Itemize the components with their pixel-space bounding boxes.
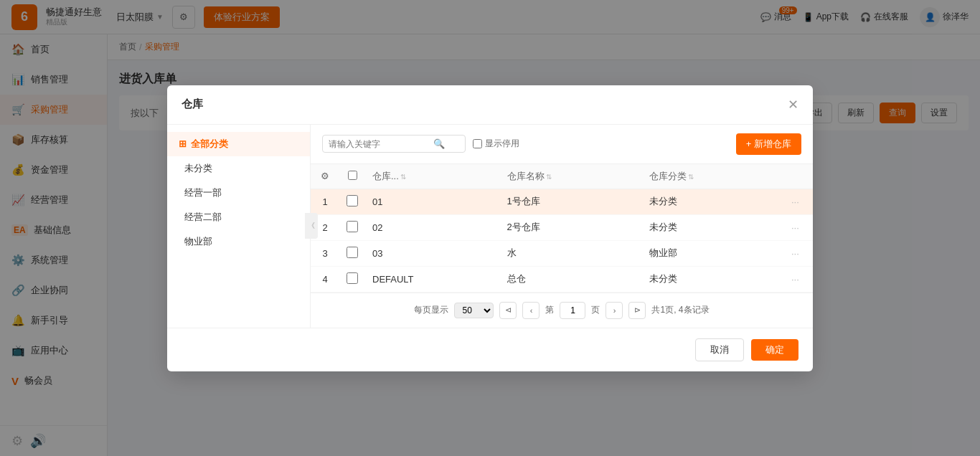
more-icon[interactable]: ··· xyxy=(791,248,799,259)
col-settings[interactable]: ⚙ xyxy=(311,164,339,189)
row-checkbox-cell xyxy=(339,240,365,266)
dialog-close-button[interactable]: ✕ xyxy=(788,97,798,113)
show-disabled-checkbox[interactable]: 显示停用 xyxy=(473,138,519,150)
warehouse-dialog: 仓库 ✕ ⊞ 全部分类 未分类 经营一部 经营二部 物业部 《 xyxy=(167,85,813,371)
category-item-dept1[interactable]: 经营一部 xyxy=(167,181,310,205)
next-page-button[interactable]: › xyxy=(606,302,623,319)
more-icon[interactable]: ··· xyxy=(791,274,799,285)
show-disabled-label: 显示停用 xyxy=(485,138,519,150)
sort-icon-code: ⇅ xyxy=(400,173,406,181)
row-code: 01 xyxy=(365,189,500,214)
collapse-icon: 《 xyxy=(308,221,315,231)
category-item-dept2[interactable]: 经营二部 xyxy=(167,205,310,229)
table-scroll: ⚙ 仓库...⇅ 仓库名称⇅ xyxy=(311,164,813,293)
row-more[interactable]: ··· xyxy=(784,214,813,240)
total-info: 共1页, 4条记录 xyxy=(651,304,709,316)
row-category: 物业部 xyxy=(642,240,784,266)
dialog-body: ⊞ 全部分类 未分类 经营一部 经营二部 物业部 《 xyxy=(167,125,813,328)
sort-icon-category: ⇅ xyxy=(688,173,694,181)
row-more[interactable]: ··· xyxy=(784,240,813,266)
dialog-title: 仓库 xyxy=(182,98,203,111)
page-label: 第 xyxy=(545,304,554,316)
row-checkbox-cell xyxy=(339,189,365,214)
category-all-label: 全部分类 xyxy=(191,138,228,151)
overlay[interactable]: 仓库 ✕ ⊞ 全部分类 未分类 经营一部 经营二部 物业部 《 xyxy=(0,0,980,456)
search-box: 🔍 xyxy=(322,135,466,153)
row-num: 4 xyxy=(311,266,339,292)
row-category: 未分类 xyxy=(642,266,784,292)
col-name[interactable]: 仓库名称⇅ xyxy=(500,164,642,189)
row-checkbox[interactable] xyxy=(347,247,358,258)
confirm-button[interactable]: 确定 xyxy=(751,339,798,361)
cancel-button[interactable]: 取消 xyxy=(695,338,744,361)
category-item-property[interactable]: 物业部 xyxy=(167,229,310,254)
first-page-button[interactable]: ⊲ xyxy=(499,302,517,319)
row-checkbox[interactable] xyxy=(347,195,358,206)
dialog-header: 仓库 ✕ xyxy=(167,85,813,125)
new-warehouse-button[interactable]: + 新增仓库 xyxy=(736,133,801,155)
category-all[interactable]: ⊞ 全部分类 xyxy=(167,132,310,156)
row-category: 未分类 xyxy=(642,189,784,214)
table-row[interactable]: 4 DEFAULT 总仓 未分类 ··· xyxy=(311,266,813,292)
row-category: 未分类 xyxy=(642,214,784,240)
category-panel: ⊞ 全部分类 未分类 经营一部 经营二部 物业部 xyxy=(167,125,311,328)
col-category[interactable]: 仓库分类⇅ xyxy=(642,164,784,189)
more-icon[interactable]: ··· xyxy=(791,196,799,207)
table-panel: 🔍 显示停用 + 新增仓库 ⚙ xyxy=(311,125,813,328)
category-item-unclassified[interactable]: 未分类 xyxy=(167,156,310,181)
row-checkbox-cell xyxy=(339,214,365,240)
table-toolbar: 🔍 显示停用 + 新增仓库 xyxy=(311,125,813,164)
collapse-button[interactable]: 《 xyxy=(305,213,318,239)
col-checkbox xyxy=(339,164,365,189)
row-checkbox-cell xyxy=(339,266,365,292)
row-checkbox[interactable] xyxy=(347,221,358,232)
table-header-row: ⚙ 仓库...⇅ 仓库名称⇅ xyxy=(311,164,813,189)
prev-page-button[interactable]: ‹ xyxy=(522,302,540,319)
row-name: 1号仓库 xyxy=(500,189,642,214)
row-name: 总仓 xyxy=(500,266,642,292)
show-disabled-input[interactable] xyxy=(473,139,482,148)
dialog-footer: 取消 确定 xyxy=(167,328,813,371)
sort-icon-name: ⇅ xyxy=(546,173,552,181)
table-row[interactable]: 2 02 2号仓库 未分类 ··· xyxy=(311,214,813,240)
row-num: 3 xyxy=(311,240,339,266)
row-name: 2号仓库 xyxy=(500,214,642,240)
page-unit: 页 xyxy=(591,304,600,316)
table-row[interactable]: 3 03 水 物业部 ··· xyxy=(311,240,813,266)
page-size-label: 每页显示 xyxy=(414,304,448,316)
warehouse-table: ⚙ 仓库...⇅ 仓库名称⇅ xyxy=(311,164,813,293)
more-icon[interactable]: ··· xyxy=(791,222,799,233)
category-panel-wrapper: ⊞ 全部分类 未分类 经营一部 经营二部 物业部 《 xyxy=(167,125,311,328)
row-num: 1 xyxy=(311,189,339,214)
row-more[interactable]: ··· xyxy=(784,189,813,214)
pagination: 每页显示 50 10 20 100 ⊲ ‹ 第 页 › ⊳ 共1页, 4条记录 xyxy=(311,293,813,328)
row-checkbox[interactable] xyxy=(347,272,358,284)
col-code[interactable]: 仓库...⇅ xyxy=(365,164,500,189)
row-code: 03 xyxy=(365,240,500,266)
search-input[interactable] xyxy=(329,139,429,149)
table-head: ⚙ 仓库...⇅ 仓库名称⇅ xyxy=(311,164,813,189)
col-action xyxy=(784,164,813,189)
select-all-checkbox[interactable] xyxy=(348,171,357,180)
search-icon[interactable]: 🔍 xyxy=(433,138,445,149)
page-number-input[interactable] xyxy=(560,302,585,319)
row-code: DEFAULT xyxy=(365,266,500,292)
table-body: 1 01 1号仓库 未分类 ··· 2 xyxy=(311,189,813,292)
page-size-select[interactable]: 50 10 20 100 xyxy=(454,303,494,318)
grid-icon: ⊞ xyxy=(179,138,187,149)
row-name: 水 xyxy=(500,240,642,266)
row-more[interactable]: ··· xyxy=(784,266,813,292)
table-row[interactable]: 1 01 1号仓库 未分类 ··· xyxy=(311,189,813,214)
last-page-button[interactable]: ⊳ xyxy=(628,302,646,319)
row-code: 02 xyxy=(365,214,500,240)
